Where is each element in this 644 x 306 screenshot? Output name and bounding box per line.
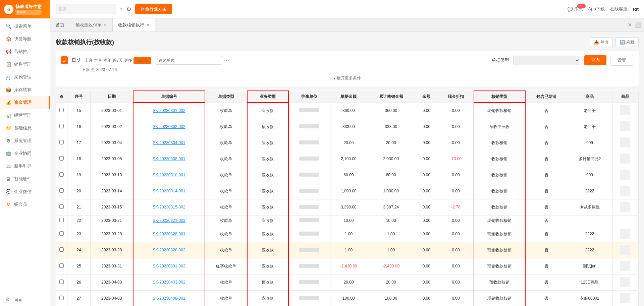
- cell-checkbox[interactable]: [56, 274, 67, 290]
- collapse-sidebar-icon[interactable]: ◀◀: [14, 297, 21, 302]
- table-row: 25 2023-03-31 SK-20230331-002 红字收款单 应收款 …: [56, 258, 639, 274]
- app-download-link[interactable]: App下载: [588, 6, 605, 12]
- table-wrapper[interactable]: ⚙ 序号 日期 单据编号 单据类型 业务类型 往来单位 单据金额 累计核销金额 …: [56, 90, 639, 306]
- bill-no-link[interactable]: SK-20230315-002: [153, 205, 185, 209]
- tab-advance-close-icon[interactable]: ✕: [104, 23, 107, 27]
- filter-settings-button[interactable]: 设置: [610, 55, 633, 66]
- cell-checkbox[interactable]: [56, 258, 67, 274]
- cell-checkbox[interactable]: [56, 199, 67, 215]
- bill-no-link[interactable]: SK-20230308-001: [153, 157, 185, 161]
- header-gear-icon[interactable]: ⚙: [126, 6, 131, 12]
- query-button[interactable]: 查询: [584, 55, 606, 65]
- message-badge-container[interactable]: 💬 消息 99+: [568, 6, 583, 12]
- dropdown-chevron-icon[interactable]: ▾: [120, 6, 122, 12]
- cell-checkbox[interactable]: [56, 290, 67, 306]
- cell-partner: [288, 183, 330, 199]
- bill-type-select[interactable]: [513, 56, 580, 65]
- date-this-year[interactable]: 本年: [103, 58, 111, 63]
- sidebar-item-label: 快捷导航: [14, 36, 32, 42]
- sidebar-item-guide[interactable]: 📖 新手引导: [0, 160, 50, 173]
- cell-checkbox[interactable]: [56, 242, 67, 258]
- sidebar-item-search-menu[interactable]: 🔍 搜索菜单: [0, 20, 50, 33]
- row-checkbox[interactable]: [59, 124, 64, 128]
- sidebar-item-purchase[interactable]: 🛒 采购管理: [0, 71, 50, 83]
- row-checkbox[interactable]: [59, 296, 64, 300]
- cell-checkbox[interactable]: [56, 151, 67, 167]
- industry-btn[interactable]: 体验行业方案: [135, 4, 172, 14]
- cell-product: 123D商品: [567, 274, 612, 290]
- date-last-month[interactable]: 上月: [85, 58, 93, 63]
- expand-conditions-btn[interactable]: ▾ 展开更多条件: [333, 75, 361, 81]
- online-service-link[interactable]: 在线客服: [610, 6, 628, 12]
- cell-checkbox[interactable]: [56, 226, 67, 242]
- cell-checkbox[interactable]: [56, 135, 67, 151]
- bill-no-link[interactable]: SK-20230403-002: [153, 280, 185, 285]
- row-checkbox[interactable]: [59, 218, 64, 222]
- export-button[interactable]: 📤 导出: [590, 37, 613, 47]
- cell-checkbox[interactable]: [56, 103, 67, 119]
- filter-collapse-btn[interactable]: »: [61, 56, 68, 64]
- partner-input[interactable]: [155, 56, 222, 65]
- row-checkbox[interactable]: [59, 188, 64, 193]
- sidebar: 6 畅康道好生意 标推版 🔍 搜索菜单 🏠 快捷导航 📢 营销推广 📋 销售管理…: [0, 0, 50, 306]
- tab-advance-payment[interactable]: 预收应收付单 ✕: [70, 18, 113, 32]
- tab-collection-close-icon[interactable]: ✕: [146, 23, 150, 27]
- row-checkbox[interactable]: [59, 204, 64, 209]
- row-checkbox[interactable]: [59, 108, 64, 112]
- sidebar-item-finance[interactable]: 💰 资金管理: [0, 96, 50, 109]
- tab-collection-exec[interactable]: 收款核销执行 ✕: [113, 18, 155, 32]
- bill-no-link[interactable]: SK-20230331-002: [153, 264, 185, 268]
- date-last-7days[interactable]: 近7天: [113, 58, 123, 63]
- date-this-month[interactable]: 本月: [94, 58, 102, 63]
- sidebar-item-member[interactable]: V 畅会员: [0, 198, 50, 211]
- row-checkbox[interactable]: [59, 172, 64, 177]
- row-checkbox[interactable]: [59, 280, 64, 284]
- cell-checkbox[interactable]: [56, 119, 67, 135]
- bill-no-link[interactable]: SK-20230310-001: [153, 173, 185, 177]
- row-checkbox[interactable]: [59, 156, 64, 161]
- cell-checkbox[interactable]: [56, 215, 67, 226]
- date-more[interactable]: 更多: [124, 58, 132, 63]
- maximize-icon[interactable]: ⬜: [635, 22, 641, 28]
- refresh-button[interactable]: 🔄 刷新: [615, 37, 639, 47]
- sidebar-item-ops[interactable]: 📊 经营管理: [0, 109, 50, 122]
- cell-cumulative: 20.00: [367, 135, 415, 151]
- row-checkbox[interactable]: [59, 140, 64, 144]
- cell-biz-type: 应收款: [247, 103, 288, 119]
- row-checkbox[interactable]: [59, 263, 64, 268]
- cell-checkbox[interactable]: [56, 183, 67, 199]
- sidebar-item-basic[interactable]: 📁 基础信息: [0, 122, 50, 134]
- bill-no-link[interactable]: SK-20230328-001: [153, 232, 185, 236]
- cell-include-cleared: 否: [525, 215, 567, 226]
- sidebar-item-inventory[interactable]: 📦 库存核算: [0, 83, 50, 96]
- tab-advance-label: 预收应收付单: [75, 22, 102, 28]
- bill-no-link[interactable]: SK-20230304-001: [153, 140, 185, 145]
- th-settings[interactable]: ⚙: [56, 91, 67, 103]
- close-tab-icon[interactable]: ✕: [628, 22, 632, 28]
- sidebar-item-sales[interactable]: 📋 销售管理: [0, 58, 50, 71]
- user-name[interactable]: Rit: [633, 7, 639, 12]
- sidebar-item-smart-hw[interactable]: 🖥 智能硬件: [0, 173, 50, 185]
- bill-no-link[interactable]: SK-20230301-002: [153, 108, 185, 113]
- cell-product: 999: [567, 135, 612, 151]
- row-checkbox[interactable]: [59, 247, 64, 252]
- sidebar-item-enterprise[interactable]: 🏢 企业协同: [0, 147, 50, 160]
- date-custom-btn[interactable]: 自定义: [133, 57, 151, 64]
- sidebar-item-marketing[interactable]: 📢 营销推广: [0, 45, 50, 58]
- bill-no-link[interactable]: SK-20230321-003: [153, 218, 185, 223]
- tab-home[interactable]: 首页: [50, 18, 70, 32]
- cell-checkbox[interactable]: [56, 167, 67, 183]
- sidebar-item-quick-nav[interactable]: 🏠 快捷导航: [0, 33, 50, 45]
- date-filter-links: 上月 本月 本年 近7天 更多 自定义: [85, 57, 151, 64]
- th-product2: 商品: [612, 91, 638, 103]
- bill-no-link[interactable]: SK-20230314-001: [153, 189, 185, 193]
- bill-no-link[interactable]: SK-20230302-002: [153, 124, 185, 129]
- cell-amount: 100.00: [330, 290, 367, 306]
- sidebar-item-system[interactable]: ⚙ 系统管理: [0, 134, 50, 147]
- bill-no-link[interactable]: SK-20230408-001: [153, 296, 185, 301]
- settings-bottom-icon[interactable]: ⚙: [5, 296, 10, 303]
- cell-partner: [288, 135, 330, 151]
- row-checkbox[interactable]: [59, 231, 64, 236]
- bill-no-link[interactable]: SK-20230328-002: [153, 248, 185, 252]
- sidebar-item-wechat[interactable]: 💬 企业微信: [0, 185, 50, 198]
